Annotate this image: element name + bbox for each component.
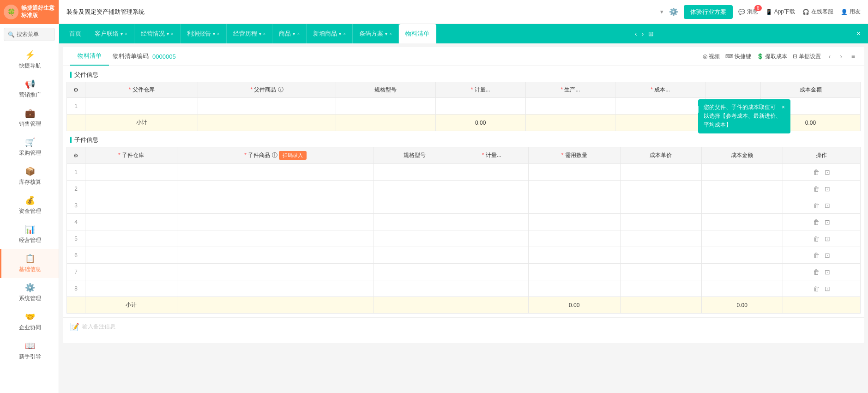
action-view[interactable]: ◎ 视频 (703, 53, 720, 60)
child-row-5-unit[interactable] (455, 230, 529, 247)
child-row-2-quantity[interactable] (528, 181, 620, 197)
child-row-8-unit-cost[interactable] (620, 280, 701, 297)
sidebar-item-inventory[interactable]: 📦 库存核算 (0, 162, 59, 191)
tab-goods[interactable]: 商品 ▾ × (272, 24, 307, 43)
child-row-7-unit[interactable] (455, 264, 529, 280)
child-row-6-unit[interactable] (455, 247, 529, 264)
parent-row-1-production[interactable] (525, 98, 615, 115)
child-row-4-quantity[interactable] (528, 214, 620, 230)
child-row-4-delete-btn[interactable]: 🗑 (811, 218, 821, 227)
parent-row-1-warehouse[interactable] (85, 98, 198, 115)
child-row-1-goods[interactable] (177, 164, 374, 181)
app-download-button[interactable]: 📱 App下载 (766, 8, 795, 16)
child-row-1-delete-btn[interactable]: 🗑 (811, 168, 821, 177)
tab-bom[interactable]: 物料清单 (399, 24, 436, 43)
tab-history[interactable]: 经营历程 ▾ × (227, 24, 273, 43)
nav-grid-button[interactable]: ⊞ (646, 29, 656, 38)
child-row-8-goods[interactable] (177, 280, 374, 297)
child-th-settings[interactable]: ⚙ (67, 147, 85, 164)
tab-barcode[interactable]: 条码方案 ▾ × (353, 24, 399, 43)
child-row-6-delete-btn[interactable]: 🗑 (811, 251, 821, 260)
tab-customers-close[interactable]: × (125, 31, 127, 36)
child-row-5-delete-btn[interactable]: 🗑 (811, 234, 821, 243)
child-row-7-unit-cost[interactable] (620, 264, 701, 280)
tab-profit-close[interactable]: × (217, 31, 220, 36)
child-row-5-unit-cost[interactable] (620, 230, 701, 247)
child-row-4-unit[interactable] (455, 214, 529, 230)
child-row-6-quantity[interactable] (528, 247, 620, 264)
sidebar-item-operations[interactable]: 📊 经营管理 (0, 220, 59, 249)
child-row-5-spec[interactable] (374, 230, 455, 247)
sidebar-item-purchase[interactable]: 🛒 采购管理 (0, 133, 59, 162)
child-row-8-delete-btn[interactable]: 🗑 (811, 284, 821, 293)
parent-row-1-unit[interactable] (435, 98, 525, 115)
sub-action-next[interactable]: › (838, 52, 844, 61)
child-row-6-unit-cost[interactable] (620, 247, 701, 264)
child-row-2-unit-cost[interactable] (620, 181, 701, 197)
child-row-2-goods[interactable] (177, 181, 374, 197)
nav-next-button[interactable]: › (640, 29, 646, 38)
child-row-2-copy-btn[interactable]: ⊡ (823, 184, 832, 193)
parent-row-1-cost[interactable] (615, 98, 705, 115)
child-row-1-unit-cost[interactable] (620, 164, 701, 181)
child-row-8-spec[interactable] (374, 280, 455, 297)
tab-new-goods[interactable]: 新增商品 ▾ × (307, 24, 353, 43)
child-row-3-spec[interactable] (374, 197, 455, 214)
child-row-6-spec[interactable] (374, 247, 455, 264)
user-button[interactable]: 👤 用友 (841, 8, 861, 16)
tab-barcode-close[interactable]: × (389, 31, 392, 36)
child-row-2-spec[interactable] (374, 181, 455, 197)
child-row-3-goods[interactable] (177, 197, 374, 214)
sidebar-item-finance[interactable]: 💰 资金管理 (0, 191, 59, 220)
child-row-2-warehouse[interactable] (85, 181, 177, 197)
sub-action-grid[interactable]: ≡ (850, 52, 857, 61)
child-row-1-spec[interactable] (374, 164, 455, 181)
child-row-8-copy-btn[interactable]: ⊡ (823, 284, 832, 293)
child-row-2-delete-btn[interactable]: 🗑 (811, 184, 821, 193)
child-row-7-delete-btn[interactable]: 🗑 (811, 267, 821, 277)
child-row-2-unit[interactable] (455, 181, 529, 197)
sub-tab-bom[interactable]: 物料清单 (70, 47, 109, 66)
child-row-3-warehouse[interactable] (85, 197, 177, 214)
parent-row-1-spec[interactable] (336, 98, 435, 115)
child-row-6-goods[interactable] (177, 247, 374, 264)
child-row-7-goods[interactable] (177, 264, 374, 280)
parent-row-1-goods[interactable] (198, 98, 336, 115)
child-row-1-copy-btn[interactable]: ⊡ (823, 168, 832, 177)
trial-button[interactable]: 体验行业方案 (684, 5, 733, 19)
child-row-7-spec[interactable] (374, 264, 455, 280)
child-row-7-quantity[interactable] (528, 264, 620, 280)
child-row-5-warehouse[interactable] (85, 230, 177, 247)
child-row-4-copy-btn[interactable]: ⊡ (823, 218, 832, 227)
tooltip-close-button[interactable]: × (782, 103, 785, 112)
sidebar-item-enterprise[interactable]: 🤝 企业协同 (0, 307, 59, 336)
sub-action-prev[interactable]: ‹ (826, 52, 832, 61)
child-row-1-unit[interactable] (455, 164, 529, 181)
child-row-6-copy-btn[interactable]: ⊡ (823, 251, 832, 260)
scan-button[interactable]: 扫码录入 (279, 151, 307, 160)
child-row-4-unit-cost[interactable] (620, 214, 701, 230)
nav-prev-button[interactable]: ‹ (633, 29, 639, 38)
tab-operations[interactable]: 经营情况 ▾ × (134, 24, 181, 43)
tab-customers[interactable]: 客户联络 ▾ × (88, 24, 134, 43)
child-row-3-unit-cost[interactable] (620, 197, 701, 214)
search-menu-button[interactable]: 🔍 搜索菜单 (4, 28, 55, 41)
child-row-6-warehouse[interactable] (85, 247, 177, 264)
child-row-8-warehouse[interactable] (85, 280, 177, 297)
sidebar-item-system[interactable]: ⚙️ 系统管理 (0, 278, 59, 307)
online-service-button[interactable]: 🎧 在线客服 (802, 8, 833, 16)
child-row-1-quantity[interactable] (528, 164, 620, 181)
child-row-1-warehouse[interactable] (85, 164, 177, 181)
sidebar-item-quick-nav[interactable]: ⚡ 快捷导航 (0, 45, 59, 74)
child-row-4-goods[interactable] (177, 214, 374, 230)
child-row-3-quantity[interactable] (528, 197, 620, 214)
sidebar-item-sales[interactable]: 💼 销售管理 (0, 103, 59, 133)
child-row-4-warehouse[interactable] (85, 214, 177, 230)
tab-operations-close[interactable]: × (171, 31, 174, 36)
sidebar-item-basic-info[interactable]: 📋 基础信息 (0, 249, 59, 278)
child-row-7-copy-btn[interactable]: ⊡ (823, 267, 832, 277)
tab-history-close[interactable]: × (263, 31, 266, 36)
child-row-8-quantity[interactable] (528, 280, 620, 297)
sidebar-item-marketing[interactable]: 📢 营销推广 (0, 74, 59, 103)
close-tab-button[interactable]: × (853, 30, 864, 38)
